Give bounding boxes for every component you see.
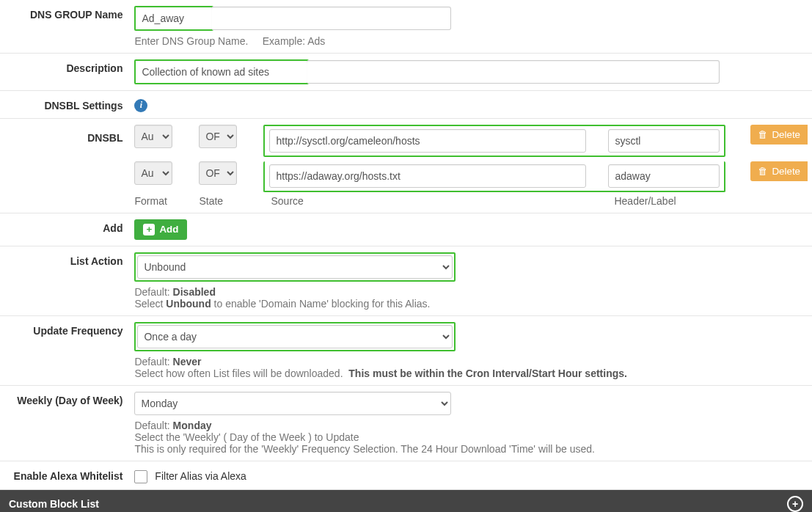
custom-block-list-panel[interactable]: Custom Block List +	[0, 490, 812, 512]
weekly-default-label: Default:	[134, 420, 169, 431]
dnsbl-source-0[interactable]	[269, 129, 586, 153]
weekly-help-2: This is only required for the 'Weekly' F…	[134, 443, 595, 455]
label-add: Add	[0, 213, 130, 246]
update-default-label: Default:	[134, 356, 169, 367]
update-frequency-select[interactable]: Once a day	[137, 325, 453, 348]
group-name-help2: Example: Ads	[263, 35, 326, 47]
weekly-default-val: Monday	[173, 420, 212, 431]
label-alexa: Enable Alexa Whitelist	[0, 461, 130, 489]
weekly-select[interactable]: Monday	[134, 392, 451, 415]
add-button[interactable]: + Add	[134, 219, 187, 240]
update-help-bold: This must be within the Cron Interval/St…	[348, 367, 627, 379]
dnsbl-format-0[interactable]: Au	[134, 125, 172, 148]
list-action-default-val: Disabled	[173, 286, 216, 298]
label-weekly: Weekly (Day of Week)	[0, 385, 130, 461]
col-format: Format	[134, 195, 178, 207]
list-action-default-label: Default:	[134, 286, 169, 298]
dnsbl-state-1[interactable]: OF	[199, 161, 237, 185]
description-extra-input[interactable]	[307, 60, 720, 84]
plus-circle-icon[interactable]: +	[787, 496, 803, 512]
label-update-frequency: Update Frequency	[0, 315, 130, 385]
dnsbl-header-1[interactable]	[608, 164, 720, 188]
dnsbl-state-0[interactable]: OF	[199, 125, 237, 148]
trash-icon: 🗑	[758, 166, 767, 177]
list-action-select[interactable]: Unbound	[137, 255, 453, 279]
update-help-1: Select how often List files will be down…	[134, 367, 343, 379]
dnsbl-header-0[interactable]	[608, 129, 720, 153]
alexa-checkbox-label: Filter Alias via Alexa	[155, 470, 246, 482]
group-name-extra-input[interactable]	[211, 7, 451, 30]
label-list-action: List Action	[0, 246, 130, 315]
info-icon[interactable]: i	[134, 99, 147, 112]
group-name-input[interactable]	[136, 7, 212, 29]
group-name-help1: Enter DNS Group Name.	[134, 35, 248, 47]
col-header: Header/Label	[614, 195, 676, 207]
label-group-name: DNS GROUP Name	[0, 0, 130, 54]
description-input[interactable]	[136, 61, 307, 83]
update-default-val: Never	[173, 356, 202, 367]
dnsbl-source-1[interactable]	[269, 164, 586, 188]
plus-icon: +	[143, 224, 155, 235]
trash-icon: 🗑	[758, 129, 767, 140]
dnsbl-delete-0[interactable]: 🗑Delete	[750, 125, 808, 145]
weekly-help-1: Select the 'Weekly' ( Day of the Week ) …	[134, 431, 359, 443]
panel-title: Custom Block List	[9, 498, 99, 510]
list-action-help-bold: Unbound	[166, 298, 211, 310]
col-state: State	[199, 195, 243, 207]
label-dnsbl-settings: DNSBL Settings	[0, 91, 130, 119]
alexa-checkbox[interactable]	[134, 470, 147, 483]
list-action-help-1: Select	[134, 298, 163, 310]
label-dnsbl: DNSBL	[0, 118, 130, 213]
dnsbl-format-1[interactable]: Au	[134, 161, 172, 185]
label-description: Description	[0, 54, 130, 91]
col-source: Source	[263, 195, 593, 207]
dnsbl-delete-1[interactable]: 🗑Delete	[750, 161, 808, 181]
list-action-help-2: to enable 'Domain Name' blocking for thi…	[214, 298, 431, 310]
